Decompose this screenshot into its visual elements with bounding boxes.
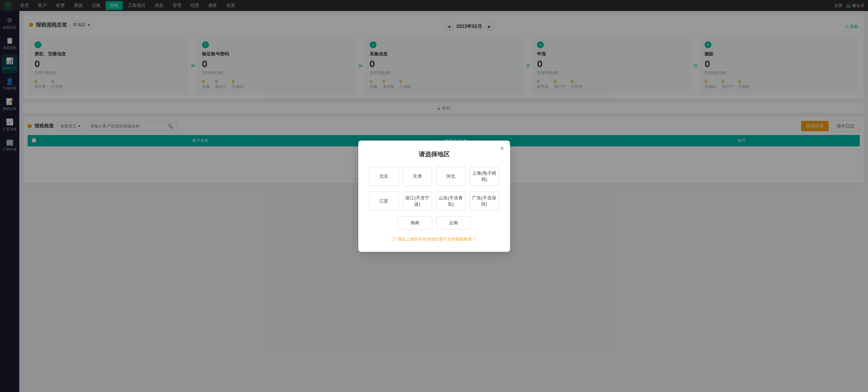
- modal-close-button[interactable]: ✕: [499, 145, 505, 152]
- modal-warning: ⓘ 除以上地区外其他地区暂不支持报税检查！: [369, 236, 499, 242]
- region-tianjin[interactable]: 天津: [403, 167, 432, 186]
- region-jiangsu[interactable]: 江苏: [369, 192, 399, 211]
- region-beijing[interactable]: 北京: [369, 167, 399, 186]
- warning-text: 除以上地区外其他地区暂不支持报税检查！: [398, 236, 476, 242]
- region-grid-row2: 江苏 浙江(不含宁波) 山东(不含青岛) 广东(不含深圳): [369, 192, 499, 211]
- region-select-modal: ✕ 请选择地区 北京 天津 河北 上海(电子税局) 江苏 浙江(不含宁波) 山东…: [358, 141, 510, 252]
- region-zhejiang[interactable]: 浙江(不含宁波): [403, 192, 432, 211]
- region-guangdong[interactable]: 广东(不含深圳): [470, 192, 499, 211]
- region-shandong[interactable]: 山东(不含青岛): [436, 192, 466, 211]
- region-shanghai[interactable]: 上海(电子税局): [470, 167, 499, 186]
- region-yunnan[interactable]: 云南: [436, 216, 471, 229]
- region-grid-row3: 海南 云南: [369, 216, 499, 229]
- region-hebei[interactable]: 河北: [436, 167, 466, 186]
- region-grid-row1: 北京 天津 河北 上海(电子税局): [369, 167, 499, 186]
- warning-icon: ⓘ: [392, 236, 396, 242]
- modal-title: 请选择地区: [369, 150, 499, 158]
- modal-overlay[interactable]: ✕ 请选择地区 北京 天津 河北 上海(电子税局) 江苏 浙江(不含宁波) 山东…: [0, 0, 868, 392]
- region-hainan[interactable]: 海南: [398, 216, 432, 229]
